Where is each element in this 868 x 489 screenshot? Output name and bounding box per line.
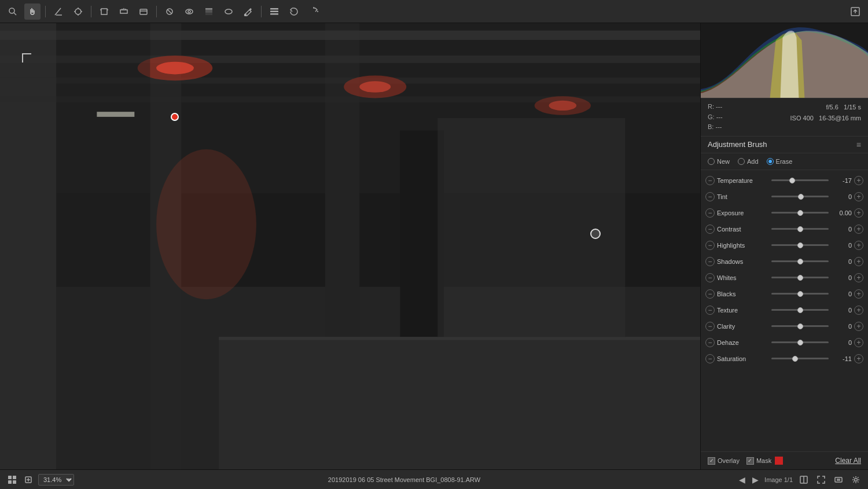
overlay-checkbox-wrap[interactable]: Overlay bbox=[708, 457, 740, 465]
erase-radio[interactable] bbox=[767, 158, 774, 165]
slider-minus-saturation[interactable]: − bbox=[705, 354, 715, 363]
slider-minus-whites[interactable]: − bbox=[705, 273, 715, 282]
svg-rect-27 bbox=[270, 13, 278, 15]
slider-minus-contrast[interactable]: − bbox=[705, 225, 715, 234]
slider-plus-blacks[interactable]: + bbox=[854, 289, 863, 299]
slider-track-whites[interactable] bbox=[771, 272, 829, 284]
slider-plus-clarity[interactable]: + bbox=[854, 322, 863, 331]
filmstrip-icon[interactable] bbox=[266, 3, 282, 20]
slider-minus-highlights[interactable]: − bbox=[705, 241, 715, 250]
slider-plus-whites[interactable]: + bbox=[854, 273, 863, 282]
slider-track-highlights[interactable] bbox=[771, 240, 829, 251]
mask-checkbox-wrap[interactable]: Mask bbox=[746, 457, 783, 465]
transform-tool[interactable] bbox=[135, 3, 152, 20]
slider-minus-exposure[interactable]: − bbox=[705, 208, 715, 218]
svg-rect-32 bbox=[0, 23, 56, 469]
mask-color-swatch[interactable] bbox=[775, 457, 783, 465]
red-eye-tool[interactable] bbox=[181, 3, 197, 20]
settings-icon[interactable] bbox=[849, 473, 862, 486]
grid-icon[interactable] bbox=[6, 473, 19, 486]
slider-minus-shadows[interactable]: − bbox=[705, 257, 715, 266]
slider-track-exposure[interactable] bbox=[771, 207, 829, 219]
rotate-cw-icon[interactable] bbox=[306, 3, 322, 20]
crop-tool[interactable] bbox=[96, 3, 112, 20]
slider-thumb-saturation[interactable] bbox=[792, 356, 798, 362]
spot-removal-tool[interactable] bbox=[161, 3, 178, 20]
slider-track-contrast[interactable] bbox=[771, 223, 829, 235]
slider-track-temperature[interactable] bbox=[771, 175, 829, 186]
slider-track-dehaze[interactable] bbox=[771, 337, 829, 348]
slider-minus-blacks[interactable]: − bbox=[705, 289, 715, 299]
slider-thumb-clarity[interactable] bbox=[797, 323, 803, 329]
status-filename: 20192019 06 05 Street Movement BGI_0808-… bbox=[75, 476, 733, 483]
slider-track-blacks[interactable] bbox=[771, 288, 829, 300]
expand-icon[interactable] bbox=[815, 473, 827, 486]
white-balance-tool[interactable] bbox=[50, 3, 67, 20]
slider-plus-highlights[interactable]: + bbox=[854, 241, 863, 250]
mask-checkbox[interactable] bbox=[746, 457, 754, 465]
slider-thumb-highlights[interactable] bbox=[797, 242, 803, 248]
slider-track-texture[interactable] bbox=[771, 304, 829, 316]
new-radio[interactable] bbox=[708, 158, 715, 165]
slider-thumb-whites[interactable] bbox=[797, 275, 803, 281]
slider-track-saturation[interactable] bbox=[771, 353, 829, 365]
adjustment-pin-white[interactable] bbox=[590, 229, 601, 239]
radial-filter-tool[interactable] bbox=[220, 3, 237, 20]
slider-track-tint[interactable] bbox=[771, 191, 829, 203]
b-label: B: bbox=[708, 123, 713, 130]
svg-point-2 bbox=[75, 9, 81, 14]
slider-minus-tint[interactable]: − bbox=[705, 192, 715, 201]
adjustment-pin-red[interactable] bbox=[171, 113, 179, 121]
slider-plus-saturation[interactable]: + bbox=[854, 354, 863, 363]
fit-icon[interactable] bbox=[832, 473, 845, 486]
slider-thumb-shadows[interactable] bbox=[797, 259, 803, 264]
slider-plus-shadows[interactable]: + bbox=[854, 257, 863, 266]
prev-image-button[interactable]: ◀ bbox=[738, 475, 746, 484]
panel-settings-icon[interactable]: ≡ bbox=[856, 140, 861, 149]
slider-plus-temperature[interactable]: + bbox=[854, 176, 863, 185]
straighten-tool[interactable] bbox=[116, 3, 132, 20]
svg-rect-33 bbox=[150, 23, 181, 469]
compare-icon[interactable] bbox=[797, 473, 810, 486]
color-sampler-tool[interactable] bbox=[70, 3, 86, 20]
slider-minus-temperature[interactable]: − bbox=[705, 176, 715, 185]
slider-thumb-temperature[interactable] bbox=[789, 178, 795, 183]
slider-track-clarity[interactable] bbox=[771, 321, 829, 332]
slider-thumb-blacks[interactable] bbox=[797, 291, 803, 297]
slider-thumb-tint[interactable] bbox=[798, 194, 804, 200]
hand-tool[interactable] bbox=[24, 3, 41, 20]
slider-bg-tint bbox=[771, 196, 829, 197]
svg-point-40 bbox=[156, 62, 194, 75]
erase-mode-option[interactable]: Erase bbox=[767, 158, 793, 165]
overlay-checkbox[interactable] bbox=[708, 457, 715, 465]
rotate-ccw-icon[interactable] bbox=[286, 3, 302, 20]
b-value: --- bbox=[715, 123, 722, 130]
zoom-tool[interactable] bbox=[5, 3, 21, 20]
graduated-filter-tool[interactable] bbox=[201, 3, 217, 20]
new-mode-option[interactable]: New bbox=[708, 158, 730, 165]
next-image-button[interactable]: ▶ bbox=[751, 475, 760, 484]
zoom-select[interactable]: 31.4% 25% 50% 100% Fit bbox=[38, 474, 74, 486]
slider-thumb-exposure[interactable] bbox=[797, 210, 803, 216]
export-icon[interactable] bbox=[847, 3, 863, 20]
add-radio[interactable] bbox=[738, 158, 745, 165]
add-mode-option[interactable]: Add bbox=[738, 158, 759, 165]
canvas-area[interactable] bbox=[0, 23, 700, 469]
slider-thumb-contrast[interactable] bbox=[797, 226, 803, 232]
slider-thumb-texture[interactable] bbox=[797, 307, 803, 313]
slider-track-shadows[interactable] bbox=[771, 256, 829, 267]
slider-thumb-dehaze[interactable] bbox=[797, 340, 803, 345]
clear-all-button[interactable]: Clear All bbox=[835, 457, 861, 465]
slider-plus-texture[interactable]: + bbox=[854, 306, 863, 315]
slider-minus-clarity[interactable]: − bbox=[705, 322, 715, 331]
slider-plus-contrast[interactable]: + bbox=[854, 225, 863, 234]
slider-minus-texture[interactable]: − bbox=[705, 306, 715, 315]
slider-plus-dehaze[interactable]: + bbox=[854, 338, 863, 347]
adjustment-brush-tool[interactable] bbox=[240, 3, 256, 20]
slider-minus-dehaze[interactable]: − bbox=[705, 338, 715, 347]
add-icon[interactable] bbox=[22, 473, 35, 486]
image-counter: Image 1/1 bbox=[764, 476, 793, 483]
slider-plus-exposure[interactable]: + bbox=[854, 208, 863, 218]
g-value: --- bbox=[716, 113, 723, 120]
slider-plus-tint[interactable]: + bbox=[854, 192, 863, 201]
